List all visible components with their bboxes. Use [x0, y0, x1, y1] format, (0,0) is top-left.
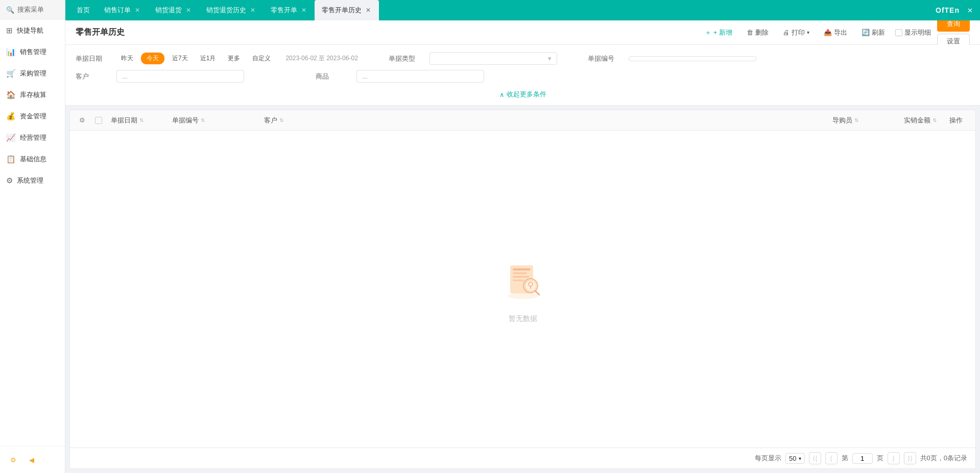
th-date-sort-icon: ⇅: [139, 117, 144, 123]
filter-row-1: 单据日期 昨天 今天 近7天 近1月 更多 自定义 2023-06-02 至 2…: [76, 52, 970, 65]
sidebar-search[interactable]: 🔍 搜索采单: [0, 0, 65, 20]
th-customer[interactable]: 客户 ⇅: [260, 116, 828, 125]
tab-close-retail-open-history[interactable]: ✕: [365, 7, 372, 14]
date-yesterday-btn[interactable]: 昨天: [116, 53, 138, 64]
tab-close-sales-return-history[interactable]: ✕: [249, 7, 256, 14]
page-header: 零售开单历史 ＋ + 新增 🗑 删除 🖨 打印 ▾ 📤 导出: [65, 20, 980, 45]
display-detail-checkbox[interactable]: [895, 29, 902, 36]
goods-filter-label: 商品: [316, 72, 346, 81]
th-amount[interactable]: 实销金额 ⇅: [879, 116, 941, 125]
delete-button[interactable]: 🗑 删除: [743, 26, 773, 39]
sidebar-item-operations[interactable]: 📈经营管理: [0, 127, 65, 148]
nav-label-quick-nav: 快捷导航: [17, 26, 43, 35]
date-more-btn[interactable]: 更多: [223, 53, 245, 64]
order-type-select[interactable]: ▾: [429, 52, 557, 65]
sidebar-settings-btn[interactable]: ⚙: [6, 453, 20, 467]
goods-ellipsis-icon[interactable]: ...: [362, 72, 368, 80]
sidebar-item-finance[interactable]: 💰资金管理: [0, 106, 65, 127]
tab-label-retail-open: 零售开单: [271, 6, 297, 15]
export-button[interactable]: 📤 导出: [820, 26, 851, 39]
collapse-btn[interactable]: ∧ 收起更多条件: [493, 88, 553, 101]
tab-close-retail-open[interactable]: ✕: [300, 7, 307, 14]
order-type-chevron-icon: ▾: [548, 55, 552, 62]
sidebar-item-purchase-mgmt[interactable]: 🛒采购管理: [0, 63, 65, 84]
tab-retail-open-history[interactable]: 零售开单历史✕: [315, 0, 379, 20]
table-settings-btn[interactable]: ⚙: [74, 116, 90, 124]
settings-icon: ⚙: [79, 116, 85, 124]
nav-label-sales-mgmt: 销售管理: [20, 47, 46, 57]
main-content: 首页销售订单✕销货退货✕销货退货历史✕零售开单✕零售开单历史✕ OfTEn ✕ …: [65, 0, 980, 473]
order-num-input[interactable]: [629, 56, 756, 61]
nav-icon-basic-info: 📋: [6, 155, 16, 164]
sidebar: 🔍 搜索采单 ⊞快捷导航📊销售管理🛒采购管理🏠库存核算💰资金管理📈经营管理📋基础…: [0, 0, 65, 473]
refresh-button[interactable]: 🔄 刷新: [857, 26, 889, 39]
nav-label-operations: 经营管理: [20, 133, 46, 142]
tab-sales-order[interactable]: 销售订单✕: [97, 0, 148, 20]
gear-icon: ⚙: [10, 456, 16, 464]
svg-rect-2: [513, 268, 531, 270]
th-order-num[interactable]: 单据编号 ⇅: [168, 116, 260, 125]
pagination-next-btn[interactable]: ⟩: [888, 452, 900, 464]
nav-label-finance: 资金管理: [20, 112, 46, 121]
tab-bar-right: OfTEn ✕: [936, 4, 976, 16]
tab-label-home: 首页: [77, 6, 90, 15]
th-order-num-label: 单据编号: [172, 116, 199, 125]
tab-home[interactable]: 首页: [69, 0, 97, 20]
customer-input[interactable]: ...: [116, 70, 244, 83]
query-button[interactable]: 查询: [937, 20, 970, 32]
pagination-first-btn[interactable]: ⟨⟨: [809, 452, 821, 464]
table-area: ⚙ 单据日期 ⇅ 单据编号 ⇅ 客户 ⇅ 导购员: [69, 110, 976, 469]
window-close-btn[interactable]: ✕: [964, 4, 976, 16]
add-button[interactable]: ＋ + 新增: [701, 26, 736, 39]
nav-label-inventory: 库存核算: [20, 90, 46, 99]
order-type-filter-label: 单据类型: [389, 54, 419, 63]
tab-close-sales-order[interactable]: ✕: [134, 7, 141, 14]
tab-sales-return[interactable]: 销货退货✕: [148, 0, 199, 20]
page-input[interactable]: [852, 453, 873, 464]
print-label: 打印: [792, 28, 805, 37]
sidebar-item-inventory[interactable]: 🏠库存核算: [0, 84, 65, 106]
date-today-btn[interactable]: 今天: [141, 53, 164, 64]
date-last7-btn[interactable]: 近7天: [168, 53, 193, 64]
display-detail-label: 显示明细: [904, 28, 931, 37]
sidebar-footer: ⚙ ◀: [0, 446, 65, 473]
date-last1month-btn[interactable]: 近1月: [196, 53, 221, 64]
date-custom-btn[interactable]: 自定义: [248, 53, 275, 64]
svg-rect-3: [513, 272, 527, 274]
print-chevron-icon: ▾: [807, 30, 809, 35]
page-suffix: 页: [877, 454, 883, 463]
sidebar-item-sales-mgmt[interactable]: 📊销售管理: [0, 41, 65, 63]
select-all-checkbox[interactable]: [95, 117, 102, 124]
th-guide[interactable]: 导购员 ⇅: [828, 116, 879, 125]
brand-text: OfTEn: [936, 6, 960, 14]
sidebar-collapse-btn[interactable]: ◀: [25, 453, 39, 467]
prev-page-icon: ⟨: [830, 455, 832, 462]
sidebar-item-quick-nav[interactable]: ⊞快捷导航: [0, 20, 65, 41]
th-ops-label: 操作: [949, 116, 963, 125]
per-page-value: 50: [789, 455, 796, 462]
tab-close-sales-return[interactable]: ✕: [185, 7, 192, 14]
pagination-prev-btn[interactable]: ⟨: [825, 452, 838, 464]
table-checkbox-all[interactable]: [90, 117, 107, 124]
per-page-select[interactable]: 50 ▾: [785, 453, 804, 464]
sidebar-item-basic-info[interactable]: 📋基础信息: [0, 148, 65, 170]
th-guide-sort-icon: ⇅: [854, 117, 858, 123]
tab-label-sales-return: 销货退货: [155, 6, 182, 15]
export-label: 导出: [834, 28, 847, 37]
nav-label-system-mgmt: 系统管理: [17, 176, 43, 185]
th-customer-sort-icon: ⇅: [279, 117, 283, 123]
sidebar-item-system-mgmt[interactable]: ⚙系统管理: [0, 170, 65, 191]
page-label: 第: [842, 454, 848, 463]
th-date[interactable]: 单据日期 ⇅: [107, 116, 168, 125]
customer-ellipsis-icon[interactable]: ...: [122, 72, 128, 80]
tab-bar: 首页销售订单✕销货退货✕销货退货历史✕零售开单✕零售开单历史✕ OfTEn ✕: [65, 0, 980, 20]
display-detail-btn[interactable]: 显示明细: [895, 28, 931, 37]
pagination-last-btn[interactable]: ⟩⟩: [904, 452, 916, 464]
print-button[interactable]: 🖨 打印 ▾: [779, 26, 814, 39]
goods-input[interactable]: ...: [356, 70, 484, 83]
tab-retail-open[interactable]: 零售开单✕: [264, 0, 315, 20]
tab-sales-return-history[interactable]: 销货退货历史✕: [199, 0, 264, 20]
collapse-up-icon: ∧: [499, 91, 505, 98]
order-num-filter-label: 单据编号: [588, 54, 618, 63]
first-page-icon: ⟨⟨: [812, 455, 818, 462]
